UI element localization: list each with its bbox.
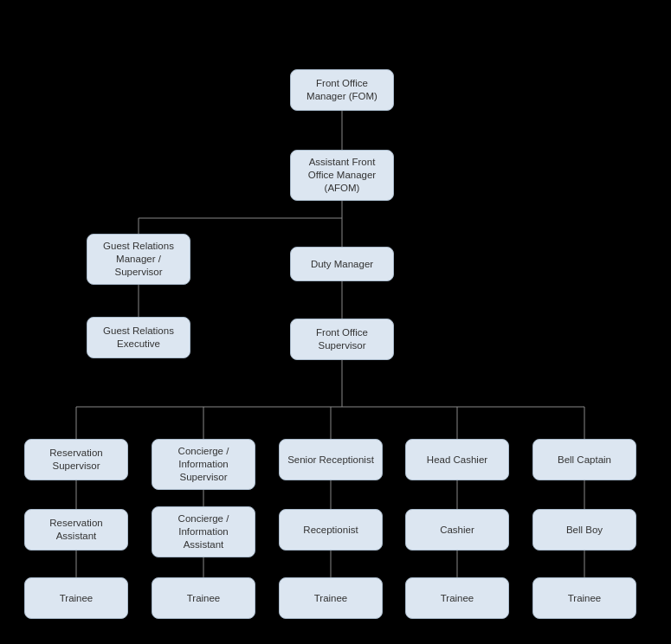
node-fom: Front Office Manager (FOM) <box>290 69 394 111</box>
node-cash: Cashier <box>405 509 509 551</box>
node-train5: Trainee <box>532 577 636 619</box>
node-res_sup: Reservation Supervisor <box>24 439 128 480</box>
org-chart: Front Office Manager (FOM)Assistant Fron… <box>0 0 671 644</box>
node-sr_rec: Senior Receptionist <box>279 439 383 480</box>
node-train4: Trainee <box>405 577 509 619</box>
node-con_asst: Concierge / Information Assistant <box>152 506 255 557</box>
node-gre: Guest Relations Executive <box>87 317 190 358</box>
node-train3: Trainee <box>279 577 383 619</box>
node-rec: Receptionist <box>279 509 383 551</box>
node-grm: Guest Relations Manager / Supervisor <box>87 234 190 285</box>
node-con_sup: Concierge / Information Supervisor <box>152 439 255 490</box>
node-train2: Trainee <box>152 577 255 619</box>
node-fos: Front Office Supervisor <box>290 319 394 360</box>
node-res_asst: Reservation Assistant <box>24 509 128 551</box>
node-hd_cash: Head Cashier <box>405 439 509 480</box>
node-afom: Assistant Front Office Manager (AFOM) <box>290 150 394 201</box>
node-train1: Trainee <box>24 577 128 619</box>
node-bell_boy: Bell Boy <box>532 509 636 551</box>
node-duty: Duty Manager <box>290 247 394 281</box>
node-bell_cap: Bell Captain <box>532 439 636 480</box>
